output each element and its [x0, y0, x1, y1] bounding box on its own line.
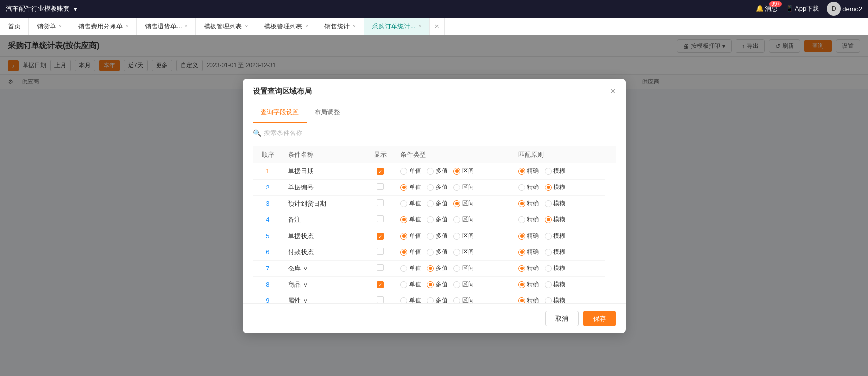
tab-sales-order-close[interactable]: × [59, 24, 62, 29]
display-checkbox[interactable] [377, 296, 384, 303]
radio-type-item[interactable]: 单值 [400, 232, 421, 240]
radio-label: 精确 [527, 183, 539, 191]
tab-sales-expense-close[interactable]: × [126, 24, 129, 29]
display-checkbox[interactable] [377, 248, 384, 255]
user-avatar[interactable]: D demo2 [827, 2, 862, 16]
tab-home[interactable]: 首页 [0, 18, 29, 35]
radio-type-item[interactable]: 多值 [427, 248, 447, 256]
radio-match-item[interactable]: 模糊 [545, 215, 565, 224]
radio-match-item[interactable]: 模糊 [545, 280, 565, 289]
radio-match-item[interactable]: 精确 [518, 199, 539, 208]
tab-layout-adjust[interactable]: 布局调整 [307, 103, 348, 123]
app-download-btn[interactable]: 📱 App下载 [786, 4, 819, 13]
radio-outer [453, 265, 460, 272]
tab-purchase-order-close[interactable]: × [419, 24, 421, 29]
display-checkbox[interactable] [377, 199, 384, 206]
radio-type-item[interactable]: 单值 [400, 215, 421, 224]
radio-type-item[interactable]: 单值 [400, 296, 421, 303]
radio-match-item[interactable]: 模糊 [545, 232, 565, 240]
radio-type-item[interactable]: 单值 [400, 183, 421, 191]
radio-match-item[interactable]: 精确 [518, 183, 539, 191]
cell-display[interactable] [365, 195, 396, 212]
radio-type-item[interactable]: 多值 [427, 167, 447, 175]
radio-type-item[interactable]: 区间 [453, 215, 474, 224]
radio-type-item[interactable]: 区间 [453, 167, 474, 175]
display-checkbox[interactable] [377, 233, 384, 240]
cancel-button[interactable]: 取消 [545, 311, 579, 326]
tab-sales-return-close[interactable]: × [185, 24, 188, 29]
radio-type-item[interactable]: 单值 [400, 199, 421, 208]
radio-match-item[interactable]: 精确 [518, 248, 539, 256]
radio-outer [453, 200, 460, 207]
display-checkbox[interactable] [377, 183, 384, 190]
radio-type-item[interactable]: 多值 [427, 264, 447, 272]
th-match: 匹配原则 [513, 146, 605, 163]
radio-outer [427, 265, 434, 272]
radio-match-item[interactable]: 精确 [518, 280, 539, 289]
radio-type-item[interactable]: 单值 [400, 264, 421, 272]
radio-type-item[interactable]: 区间 [453, 296, 474, 303]
radio-type-item[interactable]: 多值 [427, 296, 447, 303]
cell-display[interactable] [365, 179, 396, 195]
radio-label: 单值 [409, 264, 421, 272]
radio-type-item[interactable]: 多值 [427, 183, 447, 191]
tab-sales-return[interactable]: 销售退货单... × [137, 18, 196, 35]
radio-type-item[interactable]: 单值 [400, 167, 421, 175]
radio-type-item[interactable]: 单值 [400, 280, 421, 289]
radio-match-item[interactable]: 精确 [518, 296, 539, 303]
tab-sales-stat-close[interactable]: × [353, 24, 356, 29]
radio-type-item[interactable]: 区间 [453, 183, 474, 191]
display-checkbox[interactable] [377, 281, 384, 288]
cell-display[interactable] [365, 228, 396, 244]
display-checkbox[interactable] [377, 264, 384, 271]
cell-display[interactable] [365, 276, 396, 293]
cell-display[interactable] [365, 260, 396, 276]
cell-display[interactable] [365, 163, 396, 179]
tab-sales-stat[interactable]: 销售统计 × [316, 18, 364, 35]
radio-match-item[interactable]: 模糊 [545, 183, 565, 191]
notification-btn[interactable]: 🔔 消息 99+ [756, 4, 778, 13]
tab-purchase-order[interactable]: 采购订单统计... × [364, 18, 430, 35]
radio-match-item[interactable]: 模糊 [545, 296, 565, 303]
cell-display[interactable] [365, 244, 396, 260]
radio-outer [518, 233, 525, 240]
condition-search-input[interactable] [264, 129, 362, 136]
cell-display[interactable] [365, 293, 396, 303]
radio-type-item[interactable]: 多值 [427, 280, 447, 289]
dialog-close-btn[interactable]: × [610, 86, 616, 97]
tab-template2[interactable]: 模板管理列表 × [256, 18, 316, 35]
tab-template2-close[interactable]: × [305, 24, 308, 29]
tab-sales-expense[interactable]: 销售费用分摊单 × [70, 18, 137, 35]
th-order: 顺序 [253, 146, 284, 163]
radio-label: 单值 [409, 167, 421, 175]
radio-type-item[interactable]: 多值 [427, 215, 447, 224]
radio-match-item[interactable]: 精确 [518, 167, 539, 175]
cell-display[interactable] [365, 212, 396, 228]
radio-match-item[interactable]: 模糊 [545, 264, 565, 272]
radio-match-item[interactable]: 精确 [518, 264, 539, 272]
save-button[interactable]: 保存 [583, 311, 616, 326]
tab-template1-close[interactable]: × [245, 24, 248, 29]
radio-match-item[interactable]: 模糊 [545, 167, 565, 175]
tab-close-all[interactable]: × [430, 18, 445, 35]
radio-type-item[interactable]: 区间 [453, 264, 474, 272]
radio-type-item[interactable]: 区间 [453, 248, 474, 256]
radio-match-item[interactable]: 精确 [518, 232, 539, 240]
tab-query-fields[interactable]: 查询字段设置 [253, 103, 307, 123]
cell-condition: 预计到货日期 [283, 195, 365, 212]
radio-type-item[interactable]: 区间 [453, 232, 474, 240]
radio-type-item[interactable]: 区间 [453, 280, 474, 289]
radio-match-item[interactable]: 模糊 [545, 248, 565, 256]
display-checkbox[interactable] [377, 168, 384, 175]
table-row: 2单据编号单值多值区间精确模糊 [253, 179, 616, 195]
radio-type-item[interactable]: 多值 [427, 199, 447, 208]
radio-type-item[interactable]: 多值 [427, 232, 447, 240]
tab-template1[interactable]: 模板管理列表 × [196, 18, 256, 35]
display-checkbox[interactable] [377, 215, 384, 222]
radio-type-item[interactable]: 单值 [400, 248, 421, 256]
radio-type-item[interactable]: 区间 [453, 199, 474, 208]
radio-match-item[interactable]: 模糊 [545, 199, 565, 208]
dropdown-icon: ▾ [74, 5, 77, 13]
tab-sales-order[interactable]: 销货单 × [29, 18, 70, 35]
radio-match-item[interactable]: 精确 [518, 215, 539, 224]
